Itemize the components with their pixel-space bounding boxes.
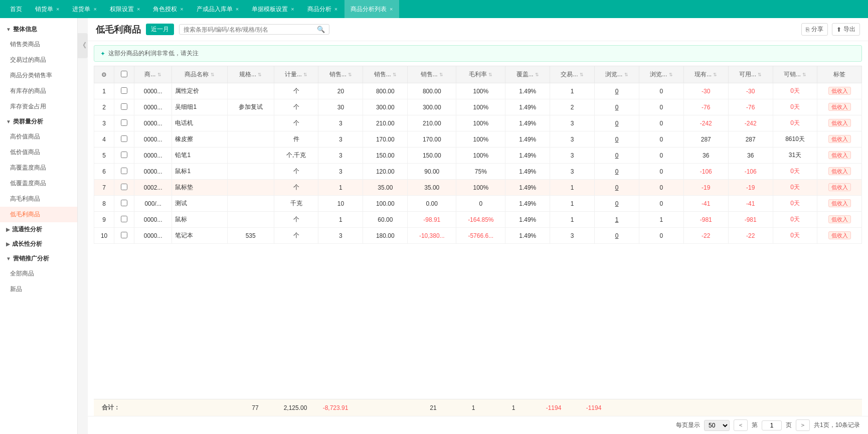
row-checkbox-5[interactable] — [121, 168, 127, 174]
row-checkbox-1[interactable] — [121, 103, 127, 110]
sidebar-item-traded-goods[interactable]: 交易过的商品 — [0, 52, 77, 68]
cell-checkbox-9[interactable] — [114, 228, 134, 244]
cell-view1-9[interactable]: 0 — [595, 228, 639, 244]
row-checkbox-3[interactable] — [121, 135, 127, 142]
row-checkbox-8[interactable] — [121, 216, 127, 222]
select-all-checkbox[interactable] — [121, 71, 127, 77]
nav-template-settings[interactable]: 单据模板设置 × — [246, 0, 300, 18]
cell-checkbox-4[interactable] — [114, 148, 134, 164]
sidebar-item-stock-goods[interactable]: 有库存的商品 — [0, 83, 77, 99]
nav-permissions[interactable]: 权限设置 × — [104, 0, 146, 18]
sort-view2[interactable]: ⇅ — [669, 72, 673, 77]
cell-checkbox-0[interactable] — [114, 83, 134, 99]
search-icon[interactable]: 🔍 — [317, 26, 325, 33]
share-button[interactable]: ⎘ 分享 — [801, 23, 828, 36]
nav-purchase[interactable]: 进货单 × — [66, 0, 102, 18]
cell-name-5[interactable]: 鼠标1 — [172, 164, 227, 180]
sidebar-group-cluster[interactable]: ▼ 类群量分析 — [0, 114, 77, 129]
cell-checkbox-1[interactable] — [114, 99, 134, 115]
row-checkbox-0[interactable] — [121, 87, 127, 94]
page-input[interactable] — [762, 420, 782, 430]
cell-name-3[interactable]: 橡皮擦 — [172, 131, 227, 148]
sidebar-group-growth[interactable]: ▶ 成长性分析 — [0, 237, 77, 251]
sort-transaction[interactable]: ⇅ — [580, 72, 584, 77]
sidebar-item-low-coverage[interactable]: 低覆盖度商品 — [0, 176, 77, 191]
nav-product-entry[interactable]: 产成品入库单 × — [191, 0, 245, 18]
prev-page-button[interactable]: ＜ — [734, 419, 748, 431]
nav-permissions-close[interactable]: × — [137, 6, 140, 12]
cell-view1-2[interactable]: 0 — [595, 115, 639, 131]
nav-analysis-close[interactable]: × — [334, 6, 337, 12]
export-button[interactable]: ⬆ 导出 — [832, 23, 860, 36]
sort-gross-margin[interactable]: ⇅ — [488, 72, 492, 77]
cell-name-1[interactable]: 吴细细1 — [172, 99, 227, 115]
sidebar-group-circulation[interactable]: ▶ 流通性分析 — [0, 222, 77, 237]
cell-checkbox-6[interactable] — [114, 180, 134, 196]
cell-view1-1[interactable]: 0 — [595, 99, 639, 115]
cell-name-0[interactable]: 属性定价 — [172, 83, 227, 99]
cell-view1-8[interactable]: 1 — [595, 212, 639, 228]
nav-product-analysis[interactable]: 商品分析 × — [301, 0, 343, 18]
nav-product-entry-close[interactable]: × — [236, 6, 239, 12]
sort-coverage[interactable]: ⇅ — [535, 72, 539, 77]
nav-analysis-list-close[interactable]: × — [390, 6, 393, 12]
per-page-select[interactable]: 50 100 200 — [704, 420, 730, 431]
row-checkbox-2[interactable] — [121, 119, 127, 126]
sidebar-item-sales-goods[interactable]: 销售类商品 — [0, 37, 77, 52]
cell-checkbox-2[interactable] — [114, 115, 134, 131]
sidebar-item-category-rate[interactable]: 商品分类销售率 — [0, 68, 77, 83]
sort-spec[interactable]: ⇅ — [258, 72, 262, 77]
sort-sales-amount[interactable]: ⇅ — [439, 72, 443, 77]
table-container[interactable]: ⚙ 商... ⇅ 商品名称 ⇅ 规格... ⇅ 计量... ⇅ 销售... ⇅ … — [94, 66, 862, 399]
row-checkbox-7[interactable] — [121, 200, 127, 206]
search-input[interactable] — [184, 26, 317, 33]
sort-stock-available[interactable]: ⇅ — [758, 72, 762, 77]
cell-name-9[interactable]: 笔记本 — [172, 228, 227, 244]
cell-name-7[interactable]: 测试 — [172, 196, 227, 212]
nav-role-auth[interactable]: 角色授权 × — [147, 0, 189, 18]
nav-home[interactable]: 首页 — [4, 0, 28, 18]
cell-view1-4[interactable]: 0 — [595, 148, 639, 164]
cell-name-4[interactable]: 铅笔1 — [172, 148, 227, 164]
nav-template-close[interactable]: × — [291, 6, 294, 12]
sidebar-item-inventory-capital[interactable]: 库存资金占用 — [0, 99, 77, 114]
nav-product-analysis-list[interactable]: 商品分析列表 × — [344, 0, 399, 18]
filter-button[interactable]: 近一月 — [146, 24, 174, 35]
next-page-button[interactable]: ＞ — [796, 419, 810, 431]
sort-name[interactable]: ⇅ — [211, 72, 215, 77]
sidebar-collapse-button[interactable]: 《 — [78, 33, 88, 58]
sort-sales-price[interactable]: ⇅ — [393, 72, 397, 77]
sort-code[interactable]: ⇅ — [157, 72, 161, 77]
sort-unit[interactable]: ⇅ — [303, 72, 307, 77]
sort-sales-qty[interactable]: ⇅ — [348, 72, 352, 77]
sidebar-group-marketing[interactable]: ▼ 营销推广分析 — [0, 251, 77, 266]
cell-view1-6[interactable]: 0 — [595, 180, 639, 196]
cell-checkbox-8[interactable] — [114, 212, 134, 228]
col-settings[interactable]: ⚙ — [94, 66, 114, 83]
cell-name-2[interactable]: 电话机 — [172, 115, 227, 131]
sidebar-item-low-margin[interactable]: 低毛利商品 — [0, 207, 77, 222]
cell-view1-0[interactable]: 0 — [595, 83, 639, 99]
row-checkbox-6[interactable] — [121, 184, 127, 190]
sidebar-item-low-value[interactable]: 低价值商品 — [0, 144, 77, 160]
cell-view1-3[interactable]: 0 — [595, 131, 639, 148]
cell-checkbox-5[interactable] — [114, 164, 134, 180]
cell-name-8[interactable]: 鼠标 — [172, 212, 227, 228]
sidebar-item-high-coverage[interactable]: 高覆盖度商品 — [0, 160, 77, 176]
sort-stock-current[interactable]: ⇅ — [713, 72, 717, 77]
sidebar-item-high-margin[interactable]: 高毛利商品 — [0, 191, 77, 207]
col-checkbox[interactable] — [114, 66, 134, 83]
nav-sales[interactable]: 销货单 × — [29, 0, 65, 18]
sidebar-group-overall[interactable]: ▼ 整体信息 — [0, 22, 77, 37]
cell-checkbox-7[interactable] — [114, 196, 134, 212]
row-checkbox-9[interactable] — [121, 232, 127, 238]
nav-purchase-close[interactable]: × — [93, 6, 96, 12]
row-checkbox-4[interactable] — [121, 152, 127, 158]
cell-view1-5[interactable]: 0 — [595, 164, 639, 180]
cell-checkbox-3[interactable] — [114, 131, 134, 148]
sidebar-item-all-goods[interactable]: 全部商品 — [0, 266, 77, 281]
nav-sales-close[interactable]: × — [56, 6, 59, 12]
sort-stock-sellable[interactable]: ⇅ — [802, 72, 806, 77]
sidebar-item-new-goods[interactable]: 新品 — [0, 281, 77, 297]
nav-role-close[interactable]: × — [180, 6, 183, 12]
